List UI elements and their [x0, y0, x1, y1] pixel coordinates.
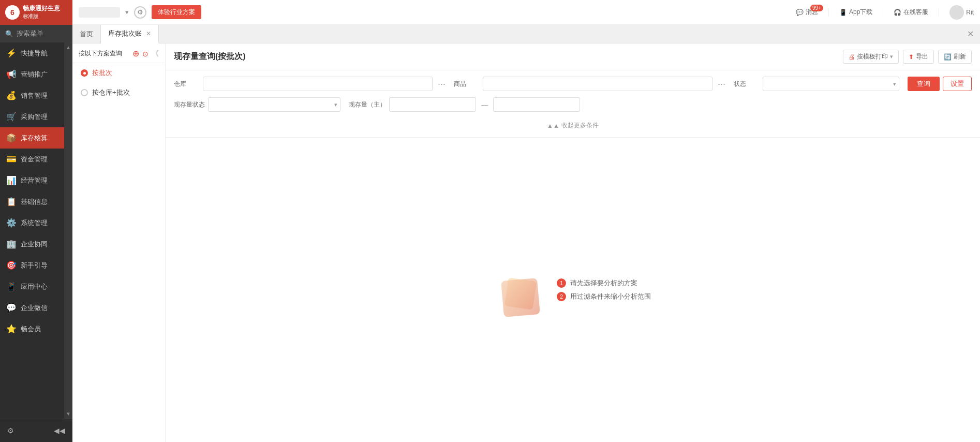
- quick-nav-icon: ⚡: [6, 48, 17, 58]
- newbie-icon: 🎯: [6, 260, 17, 270]
- messages-btn[interactable]: 💬 消息 99+: [796, 8, 818, 17]
- empty-icon: [495, 264, 546, 316]
- scroll-up-btn[interactable]: ▲: [66, 45, 71, 50]
- filter-item-by-warehouse-batch[interactable]: 按仓库+批次: [72, 83, 165, 102]
- purchase-icon: 🛒: [6, 112, 17, 122]
- radio-by-warehouse-batch: [81, 89, 88, 96]
- collapse-more-icon: ▲▲: [547, 122, 559, 129]
- sidebar-item-sales[interactable]: 💰 销售管理: [0, 85, 64, 106]
- sidebar-item-member[interactable]: ⭐ 畅会员: [0, 318, 64, 340]
- sidebar-item-system[interactable]: ⚙️ 系统管理: [0, 212, 64, 233]
- empty-box-1: [501, 278, 540, 317]
- print-dropdown-icon[interactable]: ▾: [890, 53, 893, 60]
- sidebar-label: 采购管理: [21, 112, 48, 122]
- download-icon: 📱: [839, 9, 847, 16]
- member-icon: ⭐: [6, 324, 17, 334]
- industry-btn[interactable]: 体验行业方案: [152, 5, 201, 19]
- tab-inventory-batch[interactable]: 库存批次账 ✕: [101, 25, 159, 43]
- basics-icon: 📋: [6, 197, 17, 207]
- search-row-2: 现存量状态 ▾ 现存量（主） —: [174, 97, 972, 112]
- filter-item-by-batch[interactable]: 按批次: [72, 63, 165, 83]
- sidebar-item-wechat[interactable]: 💬 企业微信: [0, 297, 64, 318]
- warehouse-input[interactable]: [203, 77, 433, 91]
- topbar-gear-btn[interactable]: ⚙: [134, 6, 146, 19]
- sidebar-item-quick-nav[interactable]: ⚡ 快捷导航: [0, 42, 64, 64]
- online-service-btn[interactable]: 🎧 在线客服: [894, 8, 928, 17]
- print-icon: 🖨: [849, 53, 855, 61]
- warehouse-more-btn[interactable]: ···: [438, 79, 446, 90]
- stock-qty-dash: —: [479, 101, 490, 109]
- export-btn[interactable]: ⬆ 导出: [903, 50, 934, 64]
- status-select[interactable]: [763, 77, 899, 91]
- sidebar-item-marketing[interactable]: 📢 营销推广: [0, 64, 64, 85]
- sidebar-item-inventory[interactable]: 📦 库存核算: [0, 127, 64, 149]
- app-logo: 6: [5, 5, 20, 20]
- sidebar-item-purchase[interactable]: 🛒 采购管理: [0, 106, 64, 127]
- tab-inventory-batch-label: 库存批次账: [108, 29, 142, 38]
- product-field: 商品 ···: [454, 77, 725, 91]
- filter-item-by-warehouse-batch-label: 按仓库+批次: [92, 88, 130, 97]
- finance-icon: 💳: [6, 154, 17, 164]
- refresh-icon: 🔄: [944, 53, 952, 61]
- system-icon: ⚙️: [6, 218, 17, 228]
- export-label: 导出: [916, 52, 928, 61]
- sidebar-item-basics[interactable]: 📋 基础信息: [0, 191, 64, 212]
- dropdown-arrow[interactable]: ▾: [125, 8, 129, 16]
- scroll-down-btn[interactable]: ▼: [66, 411, 71, 417]
- app-name: 畅康通好生意: [23, 5, 60, 13]
- avatar: [949, 5, 964, 20]
- filter-setting-btn[interactable]: ⊙: [142, 50, 149, 58]
- sidebar-item-enterprise[interactable]: 🏢 企业协同: [0, 233, 64, 255]
- tab-home[interactable]: 首页: [72, 25, 101, 43]
- status-field: 状态 ▾: [734, 77, 899, 91]
- settings-btn[interactable]: 设置: [943, 77, 972, 91]
- user-avatar-btn[interactable]: Rit: [949, 5, 974, 20]
- stock-status-label: 现存量状态: [174, 100, 205, 109]
- empty-tip-1: 1 请先选择要分析的方案: [557, 278, 651, 288]
- tab-close-btn[interactable]: ✕: [146, 30, 151, 37]
- query-btn[interactable]: 查询: [908, 77, 940, 91]
- sidebar-settings-btn[interactable]: ⚙: [5, 424, 16, 437]
- search-label: 搜索菜单: [17, 29, 43, 38]
- topbar-logo-area: [79, 7, 120, 18]
- sidebar-search[interactable]: 🔍 搜索菜单: [0, 25, 72, 42]
- product-input[interactable]: [483, 77, 712, 91]
- username-label: Rit: [966, 9, 974, 16]
- stock-qty-min-input[interactable]: [389, 97, 476, 112]
- sidebar-collapse-btn[interactable]: ◀◀: [52, 424, 67, 437]
- sidebar-item-business[interactable]: 📊 经营管理: [0, 170, 64, 191]
- filter-collapse-btn[interactable]: 《: [152, 49, 159, 58]
- tabbar: 首页 库存批次账 ✕ ✕: [72, 25, 980, 43]
- sidebar-item-finance[interactable]: 💳 资金管理: [0, 149, 64, 170]
- product-more-btn[interactable]: ···: [718, 79, 725, 90]
- sidebar-item-newbie[interactable]: 🎯 新手引导: [0, 255, 64, 276]
- stock-status-select[interactable]: [208, 97, 340, 112]
- stock-qty-field: 现存量（主） —: [349, 97, 580, 112]
- filter-header-label: 按以下方案查询: [79, 49, 122, 58]
- sidebar-footer: ⚙ ◀◀: [0, 419, 72, 442]
- refresh-label: 刷新: [954, 52, 966, 61]
- sidebar-item-apps[interactable]: 📱 应用中心: [0, 276, 64, 297]
- sidebar-label: 系统管理: [21, 218, 48, 228]
- filter-add-btn[interactable]: ⊕: [132, 49, 139, 58]
- inventory-icon: 📦: [6, 133, 17, 143]
- warehouse-label: 仓库: [174, 80, 200, 89]
- topbar-icons: 💬 消息 99+ 📱 App下载 🎧 在线客服 Rit: [796, 5, 974, 20]
- radio-by-batch: [81, 69, 88, 77]
- content-area: 按以下方案查询 ⊕ ⊙ 《 按批次 按仓库+批次 现存量查询(按批次): [72, 43, 980, 442]
- print-btn[interactable]: 🖨 按模板打印 ▾: [843, 50, 899, 64]
- page-header: 现存量查询(按批次) 🖨 按模板打印 ▾ ⬆ 导出 🔄 刷新: [166, 43, 980, 70]
- enterprise-icon: 🏢: [6, 239, 17, 249]
- sidebar-label: 企业微信: [21, 303, 48, 313]
- app-download-btn[interactable]: 📱 App下载: [839, 8, 872, 17]
- messages-badge: 99+: [810, 5, 823, 11]
- tab-home-label: 首页: [80, 30, 93, 39]
- search-form: 仓库 ··· 商品 ··· 状态: [166, 70, 980, 138]
- stock-qty-max-input[interactable]: [493, 97, 580, 112]
- status-select-wrapper: ▾: [763, 77, 899, 91]
- stock-status-field: 现存量状态 ▾: [174, 97, 340, 112]
- refresh-btn[interactable]: 🔄 刷新: [938, 50, 972, 64]
- collapse-more-btn[interactable]: ▲▲ 收起更多条件: [174, 118, 972, 131]
- tab-panel-close-btn[interactable]: ✕: [961, 29, 980, 39]
- sidebar: 6 畅康通好生意 标准版 🔍 搜索菜单 ⚡ 快捷导航 📢 营销推广 💰 销售管理: [0, 0, 72, 442]
